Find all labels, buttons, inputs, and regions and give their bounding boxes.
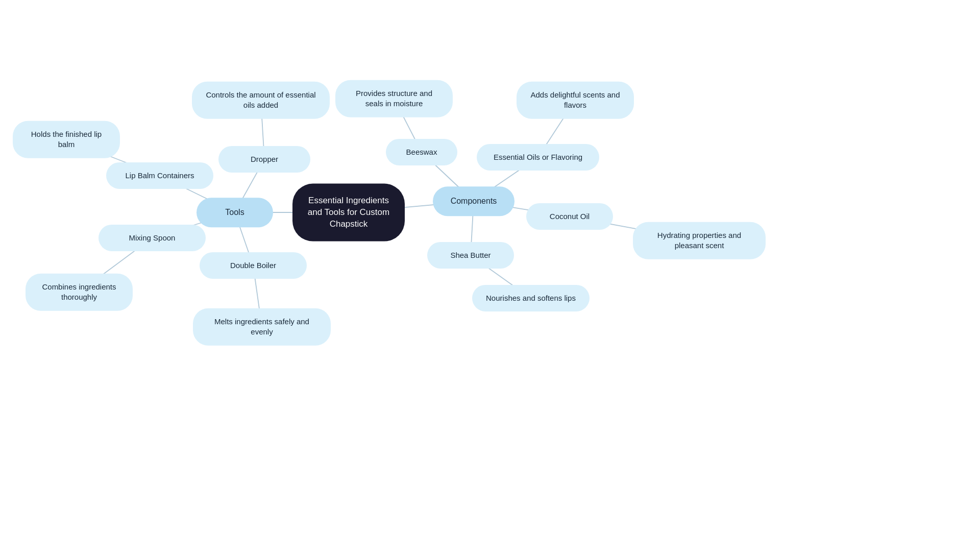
- mixing-spoon-label: Mixing Spoon: [129, 233, 176, 243]
- node-tools: Tools: [197, 198, 273, 227]
- node-beeswax: Beeswax: [386, 139, 457, 165]
- components-label: Components: [451, 196, 497, 207]
- coconut-oil-desc-label: Hydrating properties and pleasant scent: [644, 230, 754, 251]
- beeswax-desc-label: Provides structure and seals in moisture: [347, 88, 442, 109]
- node-melts-ingredients: Melts ingredients safely and evenly: [193, 308, 331, 346]
- node-beeswax-desc: Provides structure and seals in moisture: [335, 80, 453, 117]
- node-coconut-oil: Coconut Oil: [526, 203, 613, 230]
- coconut-oil-label: Coconut Oil: [550, 211, 590, 222]
- node-components: Components: [433, 186, 514, 216]
- node-mixing-spoon: Mixing Spoon: [99, 225, 206, 251]
- dropper-desc-label: Controls the amount of essential oils ad…: [203, 90, 318, 111]
- center-label: Essential Ingredients and Tools for Cust…: [305, 195, 393, 230]
- essential-oils-label: Essential Oils or Flavoring: [494, 152, 582, 162]
- beeswax-label: Beeswax: [406, 147, 437, 157]
- tools-label: Tools: [225, 207, 244, 218]
- dropper-label: Dropper: [251, 154, 278, 164]
- node-holds-lip-balm: Holds the finished lip balm: [13, 121, 120, 158]
- node-essential-oils-desc: Adds delightful scents and flavors: [517, 82, 634, 119]
- melts-ingredients-label: Melts ingredients safely and evenly: [204, 317, 320, 338]
- shea-butter-label: Shea Butter: [450, 250, 491, 260]
- holds-lip-balm-label: Holds the finished lip balm: [24, 129, 109, 150]
- nourishes-label: Nourishes and softens lips: [486, 293, 576, 303]
- node-shea-butter: Shea Butter: [427, 242, 514, 269]
- node-essential-oils: Essential Oils or Flavoring: [477, 144, 599, 171]
- node-dropper: Dropper: [218, 146, 310, 173]
- node-lip-balm-containers: Lip Balm Containers: [106, 162, 213, 189]
- double-boiler-label: Double Boiler: [230, 260, 276, 271]
- node-double-boiler: Double Boiler: [200, 252, 307, 279]
- essential-oils-desc-label: Adds delightful scents and flavors: [528, 90, 623, 111]
- combines-ingredients-label: Combines ingredients thoroughly: [37, 282, 121, 303]
- lip-balm-containers-label: Lip Balm Containers: [125, 171, 194, 181]
- center-node: Essential Ingredients and Tools for Cust…: [292, 184, 405, 242]
- node-nourishes: Nourishes and softens lips: [472, 285, 590, 311]
- node-combines-ingredients: Combines ingredients thoroughly: [26, 274, 133, 311]
- node-coconut-oil-desc: Hydrating properties and pleasant scent: [633, 222, 766, 259]
- node-dropper-desc: Controls the amount of essential oils ad…: [192, 82, 330, 119]
